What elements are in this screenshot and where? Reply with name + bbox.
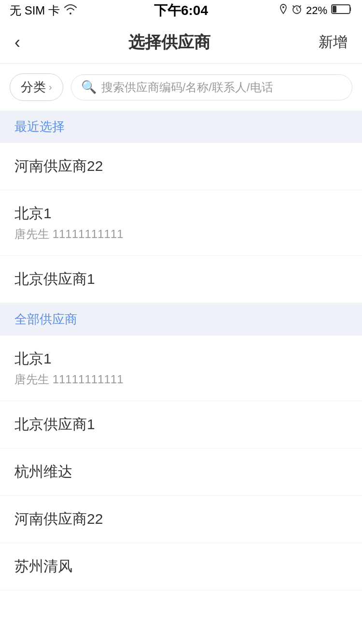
nav-bar: ‹ 选择供应商 新增 <box>0 21 362 64</box>
status-bar: 无 SIM 卡 下午6:04 22% <box>0 0 362 21</box>
battery-icon <box>331 4 352 17</box>
status-time: 下午6:04 <box>154 1 208 20</box>
status-left: 无 SIM 卡 <box>10 3 77 18</box>
filter-bar: 分类 › 🔍 搜索供应商编码/名称/联系人/电话 <box>0 64 362 111</box>
item-name: 河南供应商22 <box>14 509 348 529</box>
search-placeholder: 搜索供应商编码/名称/联系人/电话 <box>101 80 273 95</box>
section-header-recent: 最近选择 <box>0 111 362 143</box>
item-name: 杭州维达 <box>14 462 348 482</box>
new-action-button[interactable]: 新增 <box>319 32 348 52</box>
item-name: 苏州清风 <box>14 557 348 576</box>
item-name: 河南供应商22 <box>14 156 348 176</box>
alarm-icon <box>292 4 302 17</box>
search-box[interactable]: 🔍 搜索供应商编码/名称/联系人/电话 <box>71 74 352 100</box>
list-item[interactable]: 河南供应商22 <box>0 496 362 543</box>
section-header-all: 全部供应商 <box>0 303 362 336</box>
list-item[interactable]: 北京供应商1 <box>0 256 362 303</box>
item-name: 北京1 <box>14 204 348 224</box>
list-item[interactable]: 河南供应商22 <box>0 143 362 190</box>
list-item[interactable]: 苏州清风 <box>0 543 362 590</box>
location-icon <box>279 4 288 17</box>
category-button[interactable]: 分类 › <box>10 73 63 101</box>
back-button[interactable]: ‹ <box>14 32 20 53</box>
list-item[interactable]: 北京1唐先生 11111111111 <box>0 190 362 256</box>
search-icon: 🔍 <box>81 80 97 95</box>
item-sub: 唐先生 11111111111 <box>14 226 348 242</box>
sim-text: 无 SIM 卡 <box>10 3 60 18</box>
nav-title: 选择供应商 <box>128 31 210 54</box>
chevron-right-icon: › <box>49 82 52 93</box>
status-right: 22% <box>279 4 352 17</box>
battery-percent: 22% <box>306 4 327 17</box>
item-name: 北京供应商1 <box>14 415 348 434</box>
list-item[interactable]: 北京供应商1 <box>0 401 362 448</box>
item-name: 北京1 <box>14 349 348 369</box>
item-sub: 唐先生 11111111111 <box>14 372 348 387</box>
category-label: 分类 <box>21 79 46 96</box>
svg-point-0 <box>282 6 284 8</box>
item-name: 北京供应商1 <box>14 269 348 289</box>
wifi-icon <box>64 4 77 17</box>
list-item[interactable]: 北京1唐先生 11111111111 <box>0 336 362 401</box>
supplier-list: 最近选择河南供应商22北京1唐先生 11111111111北京供应商1全部供应商… <box>0 111 362 590</box>
svg-rect-3 <box>333 6 336 13</box>
list-item[interactable]: 杭州维达 <box>0 448 362 496</box>
